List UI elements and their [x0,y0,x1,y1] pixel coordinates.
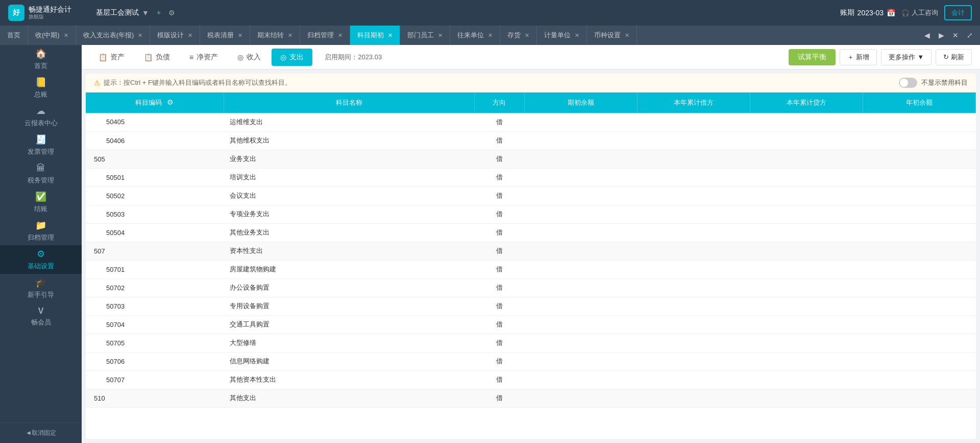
tab-subject-init[interactable]: 科目期初 ✕ [350,26,400,45]
tab-template-close[interactable]: ✕ [188,32,192,39]
tab-period-end[interactable]: 期末结转 ✕ [250,26,300,45]
tab-inventory[interactable]: 存货 ✕ [500,26,537,45]
sub-tab-net-asset[interactable]: ≡ 净资产 [181,49,227,66]
tab-archive[interactable]: 归档管理 ✕ [300,26,350,45]
table-row[interactable]: 50502 会议支出 借 [86,186,976,205]
sidebar-item-member[interactable]: V 畅会员 [0,302,82,331]
tab-period-end-label: 期末结转 [257,31,284,40]
cell-ytd-debit [637,278,750,297]
add-icon: ＋ [847,53,854,62]
tab-unit[interactable]: 计量单位 ✕ [537,26,587,45]
balance-button[interactable]: 试算平衡 [789,49,836,65]
sidebar-item-home[interactable]: 🏠 首页 [0,45,82,74]
cell-name: 会议支出 [224,186,474,205]
add-button[interactable]: ＋ 新增 [840,49,877,65]
sidebar-item-archive[interactable]: 📁 归档管理 [0,217,82,245]
sidebar-item-guide[interactable]: 🎓 新手引导 [0,274,82,302]
sidebar: 🏠 首页 📒 总账 ☁ 云报表中心 🧾 发票管理 🏛 税务管理 ✅ 结账 📁 归… [0,45,82,443]
settings-icon[interactable]: ⚙ [168,9,175,17]
col-ytd-debit: 本年累计借方 [637,92,750,113]
tab-tax[interactable]: 税表清册 ✕ [200,26,250,45]
tab-tax-label: 税表清册 [207,31,234,40]
table-row[interactable]: 50504 其他业务支出 借 [86,223,976,242]
tab-inventory-close[interactable]: ✕ [525,32,529,39]
sub-tab-expense[interactable]: ◎ 支出 [272,49,312,66]
sub-tab-income[interactable]: ◎ 收入 [229,49,270,66]
tab-partner-close[interactable]: ✕ [488,32,493,39]
tab-close-all-button[interactable]: ✕ [949,29,962,41]
tab-prev-button[interactable]: ◀ [921,29,933,41]
more-ops-button[interactable]: 更多操作 ▼ [881,49,932,65]
tab-next-button[interactable]: ▶ [935,29,947,41]
add-company-icon[interactable]: ＋ [155,8,162,17]
tab-annual[interactable]: 收入支出表(年报) ✕ [76,26,151,45]
sidebar-item-ledger[interactable]: 📒 总账 [0,74,82,102]
tab-home[interactable]: 首页 [0,26,28,45]
table-row[interactable]: 50702 办公设备购置 借 [86,278,976,297]
cell-name: 培训支出 [224,168,474,186]
dropdown-arrow-icon[interactable]: ▼ [142,9,149,17]
table-row[interactable]: 50501 培训支出 借 [86,168,976,186]
tab-mid[interactable]: 收(中期) ✕ [28,26,76,45]
tab-currency-close[interactable]: ✕ [625,32,629,39]
table-row[interactable]: 50705 大型修缮 借 [86,334,976,352]
tab-dept[interactable]: 部门员工 ✕ [400,26,450,45]
tab-annual-close[interactable]: ✕ [138,32,142,39]
tab-partner[interactable]: 往来单位 ✕ [450,26,500,45]
cell-direction: 借 [474,315,524,334]
cell-code: 50405 [86,113,224,131]
cell-ytd-credit [750,315,863,334]
tab-subject-init-close[interactable]: ✕ [388,32,393,39]
cell-init-balance [524,150,637,168]
table-row[interactable]: 505 业务支出 借 [86,150,976,168]
logo-sub: 旗舰版 [29,13,71,20]
sidebar-pin-button[interactable]: ◄取消固定 [0,423,82,443]
table-row[interactable]: 50704 交通工具购置 借 [86,315,976,334]
table-body: 50405 运维维支出 借 50406 其他维权支出 借 505 业务支出 借 … [86,113,976,407]
sidebar-item-tax[interactable]: 🏛 税务管理 [0,159,82,188]
tab-mid-close[interactable]: ✕ [64,32,68,39]
table-row[interactable]: 50503 专项业务支出 借 [86,205,976,223]
tab-dept-close[interactable]: ✕ [438,32,443,39]
calendar-icon[interactable]: 📅 [887,9,895,17]
cell-direction: 借 [474,334,524,352]
tab-unit-close[interactable]: ✕ [575,32,579,39]
sub-tab-asset[interactable]: 📋 资产 [90,49,133,66]
tab-dept-label: 部门员工 [407,31,434,40]
account-button[interactable]: 会计 [944,5,972,20]
more-ops-label: 更多操作 [889,53,915,62]
hint-text: 提示：按Ctrl + F键并输入科目编码或者科目名称可以查找科目。 [104,78,291,87]
main-content: 📋 资产 📋 负债 ≡ 净资产 ◎ 收入 ◎ 支出 启用期间：2023.03 试… [82,45,980,443]
cell-ytd-credit [750,205,863,223]
cell-init-balance [524,278,637,297]
table-row[interactable]: 50406 其他维权支出 借 [86,131,976,150]
table-row[interactable]: 507 资本性支出 借 [86,242,976,260]
cell-ytd-credit [750,389,863,407]
column-settings-icon[interactable]: ⚙ [167,98,174,106]
cell-code: 50704 [86,315,224,334]
sidebar-item-settings[interactable]: ⚙ 基础设置 [0,245,82,274]
toggle-area: 不显示禁用科目 [899,78,968,88]
disable-subject-toggle[interactable] [899,78,917,88]
table-row[interactable]: 50707 其他资本性支出 借 [86,370,976,389]
table-row[interactable]: 510 其他支出 借 [86,389,976,407]
sidebar-item-reports[interactable]: ☁ 云报表中心 [0,102,82,131]
tab-archive-close[interactable]: ✕ [338,32,342,39]
refresh-button[interactable]: ↻ 刷新 [936,49,972,65]
sub-tab-liability[interactable]: 📋 负债 [135,49,179,66]
sidebar-item-invoice[interactable]: 🧾 发票管理 [0,131,82,159]
tab-expand-button[interactable]: ⤢ [964,29,976,41]
table-row[interactable]: 50706 信息网络购建 借 [86,352,976,370]
tab-tax-close[interactable]: ✕ [238,32,242,39]
help-button[interactable]: 🎧 人工咨询 [901,8,938,17]
table-row[interactable]: 50405 运维维支出 借 [86,113,976,131]
table-row[interactable]: 50703 专用设备购置 借 [86,297,976,315]
tab-period-end-close[interactable]: ✕ [288,32,292,39]
tab-template[interactable]: 模版设计 ✕ [150,26,200,45]
cell-ytd-debit [637,297,750,315]
sidebar-item-close[interactable]: ✅ 结账 [0,188,82,217]
tab-home-label: 首页 [7,31,20,40]
tab-currency[interactable]: 币种设置 ✕ [587,26,637,45]
table-row[interactable]: 50701 房屋建筑物购建 借 [86,260,976,278]
sub-tab-net-asset-label: 净资产 [197,53,218,62]
